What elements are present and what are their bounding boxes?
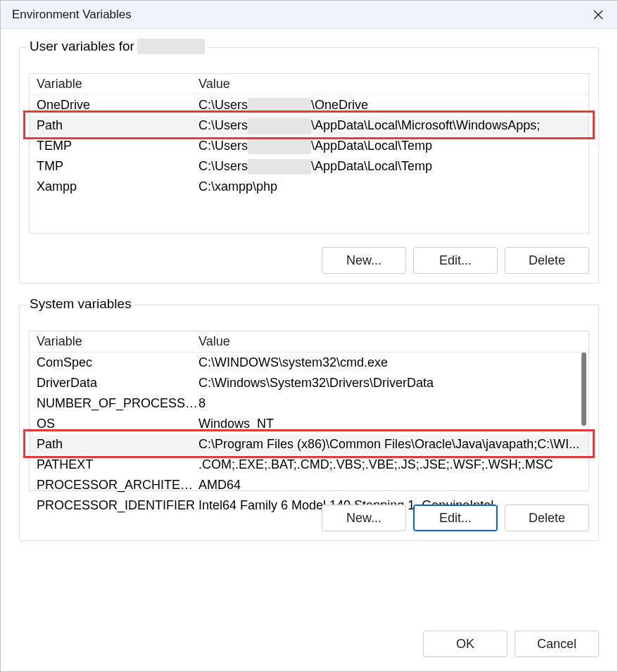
variable-value: C:\Program Files (x86)\Common Files\Orac… [198, 437, 588, 452]
dialog-buttons-row: OK Cancel [423, 630, 599, 657]
system-variables-table[interactable]: Variable Value ComSpecC:\WINDOWS\system3… [29, 331, 589, 491]
user-header-value[interactable]: Value [198, 77, 588, 91]
window-title: Environment Variables [12, 8, 132, 22]
variable-value: C:\WINDOWS\system32\cmd.exe [198, 355, 588, 370]
system-header-variable[interactable]: Variable [30, 334, 198, 349]
variable-name: OS [30, 417, 198, 431]
table-row[interactable]: NUMBER_OF_PROCESSORS8 [30, 393, 588, 414]
system-scrollbar[interactable] [579, 333, 588, 489]
variable-value: C:\Windows\System32\Drivers\DriverData [198, 376, 588, 391]
table-row[interactable]: DriverDataC:\Windows\System32\Drivers\Dr… [30, 373, 588, 393]
table-row[interactable]: PATHEXT.COM;.EXE;.BAT;.CMD;.VBS;.VBE;.JS… [30, 455, 588, 475]
system-variables-group: System variables Variable Value ComSpecC… [19, 305, 599, 541]
variable-value: AMD64 [198, 478, 588, 493]
variable-name: TMP [30, 159, 198, 174]
variable-name: Path [30, 118, 198, 133]
user-table-body: OneDriveC:\Users\OneDrivePathC:\Users\Ap… [30, 95, 588, 197]
redacted-text [248, 98, 311, 113]
variable-value: .COM;.EXE;.BAT;.CMD;.VBS;.VBE;.JS;.JSE;.… [198, 457, 588, 472]
table-row[interactable]: PROCESSOR_ARCHITECTUREAMD64 [30, 475, 588, 495]
user-variables-table[interactable]: Variable Value OneDriveC:\Users\OneDrive… [29, 73, 589, 234]
table-row[interactable]: PathC:\Users\AppData\Local\Microsoft\Win… [30, 115, 588, 136]
titlebar: Environment Variables [1, 1, 617, 29]
system-buttons-row: New... Edit... Delete [322, 505, 589, 531]
environment-variables-dialog: Environment Variables User variables for… [0, 0, 618, 672]
table-row[interactable]: TEMPC:\Users\AppData\Local\Temp [30, 136, 588, 156]
table-row[interactable]: ComSpecC:\WINDOWS\system32\cmd.exe [30, 353, 588, 373]
variable-name: ComSpec [30, 355, 198, 370]
ok-button[interactable]: OK [423, 630, 507, 657]
system-delete-button[interactable]: Delete [505, 505, 589, 531]
cancel-button[interactable]: Cancel [515, 630, 599, 657]
variable-name: PATHEXT [30, 457, 198, 472]
user-table-headers: Variable Value [30, 74, 588, 95]
user-buttons-row: New... Edit... Delete [322, 247, 589, 274]
variable-name: Path [30, 437, 198, 452]
user-variables-group: User variables for Variable Value OneDri… [19, 47, 599, 284]
redacted-username [137, 39, 205, 54]
system-edit-button[interactable]: Edit... [413, 505, 498, 531]
user-delete-button[interactable]: Delete [505, 247, 589, 274]
table-row[interactable]: TMPC:\Users\AppData\Local\Temp [30, 156, 588, 177]
variable-name: DriverData [30, 376, 198, 391]
system-new-button[interactable]: New... [322, 505, 406, 531]
variable-value: C:\xampp\php [198, 179, 588, 194]
variable-name: PROCESSOR_IDENTIFIER [30, 498, 198, 513]
user-edit-button[interactable]: Edit... [413, 247, 498, 274]
variable-value: Windows_NT [198, 417, 588, 431]
redacted-text [248, 139, 311, 154]
variable-value: 8 [198, 396, 588, 411]
variable-value: C:\Users\AppData\Local\Temp [198, 139, 588, 154]
system-table-body: ComSpecC:\WINDOWS\system32\cmd.exeDriver… [30, 353, 588, 516]
variable-name: TEMP [30, 139, 198, 153]
variable-name: OneDrive [30, 98, 198, 113]
close-icon [593, 10, 603, 20]
table-row[interactable]: XamppC:\xampp\php [30, 177, 588, 197]
system-variables-legend: System variables [27, 296, 134, 312]
table-row[interactable]: PathC:\Program Files (x86)\Common Files\… [30, 434, 588, 455]
variable-value: C:\Users\OneDrive [198, 98, 588, 113]
user-legend-prefix: User variables for [30, 39, 134, 54]
variable-name: PROCESSOR_ARCHITECTURE [30, 478, 198, 493]
variable-value: C:\Users\AppData\Local\Microsoft\Windows… [198, 118, 588, 134]
redacted-text [248, 118, 311, 134]
redacted-text [248, 159, 311, 175]
system-table-headers: Variable Value [30, 331, 588, 353]
close-button[interactable] [586, 5, 610, 25]
variable-name: NUMBER_OF_PROCESSORS [30, 396, 198, 411]
user-variables-legend: User variables for [27, 39, 208, 54]
table-row[interactable]: OSWindows_NT [30, 414, 588, 434]
scrollbar-thumb[interactable] [581, 353, 586, 426]
variable-value: C:\Users\AppData\Local\Temp [198, 159, 588, 175]
user-new-button[interactable]: New... [322, 247, 406, 274]
table-row[interactable]: OneDriveC:\Users\OneDrive [30, 95, 588, 115]
system-header-value[interactable]: Value [198, 334, 588, 349]
variable-name: Xampp [30, 179, 198, 194]
user-header-variable[interactable]: Variable [30, 77, 198, 91]
